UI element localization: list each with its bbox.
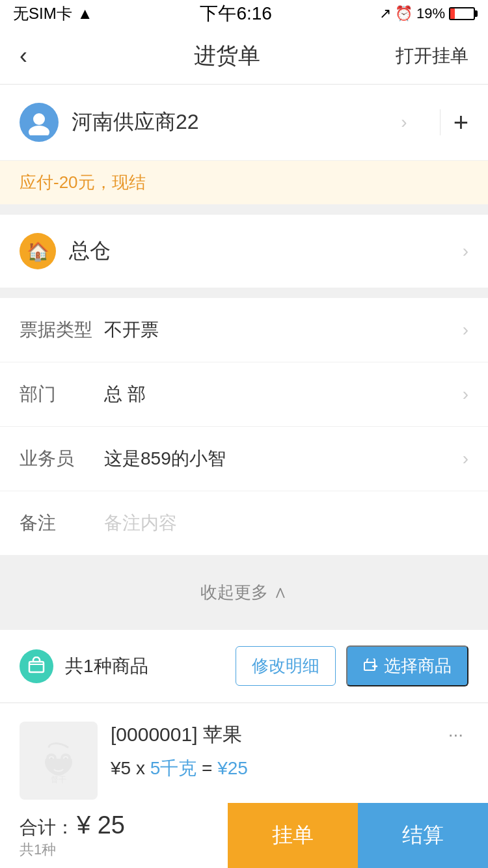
battery-percent: 19%: [416, 5, 445, 22]
modify-detail-button[interactable]: 修改明细: [236, 646, 336, 686]
department-label: 部门: [20, 382, 98, 407]
hang-button[interactable]: 挂单: [228, 803, 358, 868]
supplier-name: 河南供应商22: [72, 108, 401, 137]
invoice-type-chevron-icon: ›: [463, 319, 468, 340]
status-network: 无SIM卡 ▲: [13, 3, 92, 24]
remark-row[interactable]: 备注 备注内容: [0, 491, 488, 555]
salesperson-chevron-icon: ›: [463, 448, 468, 469]
product-info: [0000001] 苹果 ¥5 x 5千克 = ¥25: [111, 722, 443, 781]
salesperson-value: 这是859的小智: [98, 446, 463, 471]
product-thumbnail: 督干: [20, 722, 98, 800]
wifi-icon: ▲: [77, 5, 93, 23]
supplier-chevron-icon: ›: [401, 112, 407, 133]
status-time: 下午6:16: [200, 1, 272, 26]
warehouse-section: 🏠 总仓 ›: [0, 215, 488, 288]
svg-text:督干: 督干: [51, 775, 66, 783]
status-right: ↗ ⏰ 19%: [379, 5, 475, 22]
quantity: 5千克: [150, 758, 197, 778]
location-icon: ↗: [379, 5, 391, 22]
unit-price: ¥5 x: [111, 758, 150, 778]
nav-bar: ‹ 进货单 打开挂单: [0, 27, 488, 85]
invoice-type-value: 不开票: [98, 318, 463, 342]
bottom-bar: 合计： ¥ 25 共1种 挂单 结算: [0, 803, 488, 868]
department-chevron-icon: ›: [463, 384, 468, 405]
notice-bar: 应付-20元，现结: [0, 161, 488, 204]
status-bar: 无SIM卡 ▲ 下午6:16 ↗ ⏰ 19%: [0, 0, 488, 27]
warehouse-icon: 🏠: [20, 233, 56, 269]
content-area: 河南供应商22 › + 应付-20元，现结 🏠 总仓 › 票据类型 不开票 › …: [0, 85, 488, 868]
product-price: ¥5 x 5千克 = ¥25: [111, 756, 443, 781]
products-section: 共1种商品 修改明细 选择商品: [0, 630, 488, 818]
collapse-text: 收起更多 ∧: [200, 581, 287, 604]
salesperson-label: 业务员: [20, 446, 98, 471]
svg-point-1: [29, 126, 49, 135]
remark-input[interactable]: 备注内容: [98, 511, 468, 536]
collapse-row[interactable]: 收起更多 ∧: [0, 565, 488, 619]
alarm-icon: ⏰: [395, 5, 413, 22]
open-hang-button[interactable]: 打开挂单: [396, 44, 468, 68]
department-value: 总 部: [98, 382, 463, 407]
supplier-section: 河南供应商22 › + 应付-20元，现结: [0, 85, 488, 204]
svg-rect-2: [29, 662, 44, 672]
invoice-type-row[interactable]: 票据类型 不开票 ›: [0, 298, 488, 362]
product-menu-button[interactable]: ···: [443, 722, 468, 748]
invoice-type-label: 票据类型: [20, 318, 98, 342]
warehouse-row[interactable]: 🏠 总仓 ›: [0, 215, 488, 288]
products-header: 共1种商品 修改明细 选择商品: [0, 630, 488, 703]
checkout-button[interactable]: 结算: [358, 803, 488, 868]
product-item: 督干 [0000001] 苹果 ¥5 x 5千克 = ¥25 ···: [0, 703, 488, 818]
remark-label: 备注: [20, 511, 98, 536]
form-section: 票据类型 不开票 › 部门 总 部 › 业务员 这是859的小智 › 备注 备注…: [0, 298, 488, 555]
total-label: 合计：: [20, 815, 74, 840]
warehouse-name: 总仓: [69, 237, 463, 265]
cart-icon: [363, 658, 379, 674]
department-row[interactable]: 部门 总 部 ›: [0, 362, 488, 427]
supplier-row[interactable]: 河南供应商22 › +: [0, 85, 488, 161]
total-count: 共1种: [20, 840, 208, 860]
select-product-button[interactable]: 选择商品: [346, 645, 468, 686]
warehouse-chevron-icon: ›: [463, 241, 468, 262]
product-name: [0000001] 苹果: [111, 722, 443, 748]
total-section: 合计： ¥ 25 共1种: [0, 803, 228, 868]
battery-icon: [449, 7, 475, 20]
network-label: 无SIM卡: [13, 3, 72, 24]
back-button[interactable]: ‹: [20, 42, 59, 70]
page-title: 进货单: [194, 41, 260, 71]
product-title: 苹果: [203, 724, 242, 745]
divider: [440, 109, 441, 135]
owl-logo-icon: 督干: [36, 738, 81, 783]
svg-point-0: [33, 113, 45, 125]
equals: =: [202, 758, 217, 778]
supplier-add-button[interactable]: +: [454, 108, 468, 137]
supplier-avatar: [20, 103, 59, 142]
notice-text: 应付-20元，现结: [20, 172, 146, 192]
salesperson-row[interactable]: 业务员 这是859的小智 ›: [0, 427, 488, 491]
line-total: ¥25: [217, 758, 248, 778]
total-amount: ¥ 25: [77, 811, 125, 839]
house-icon: 🏠: [27, 241, 49, 262]
select-product-label: 选择商品: [384, 655, 452, 677]
products-count: 共1种商品: [65, 654, 236, 679]
product-code: [0000001]: [111, 724, 203, 745]
products-icon: [20, 649, 53, 683]
